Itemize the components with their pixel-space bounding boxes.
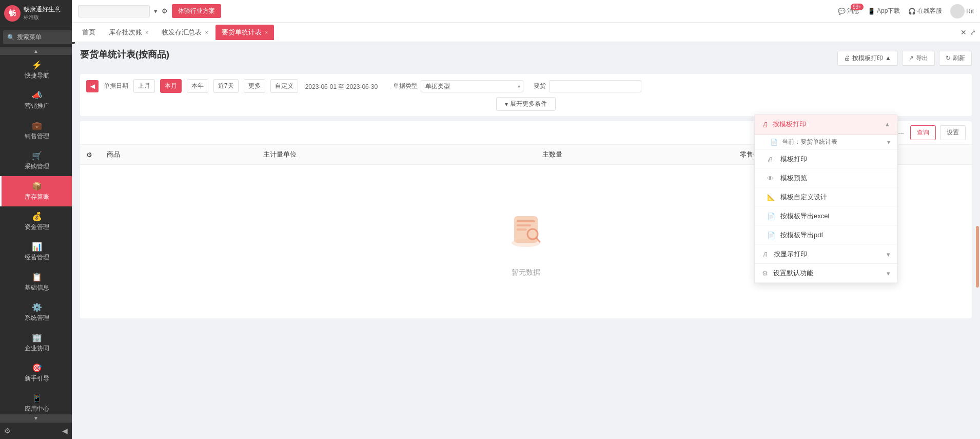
- set-default-label: 设置默认功能: [773, 269, 813, 278]
- col-settings[interactable]: ⚙: [80, 145, 101, 165]
- order-type-select[interactable]: 单据类型: [421, 80, 523, 92]
- tab-receivable-close[interactable]: ×: [205, 29, 208, 35]
- date-btn-7days[interactable]: 近7天: [213, 79, 239, 93]
- expand-more-button[interactable]: ▾ 展开更多条件: [496, 97, 556, 111]
- print-template-button[interactable]: 🖨 按模板打印 ▲: [837, 51, 898, 66]
- sidebar-item-label: 新手引导: [25, 374, 49, 383]
- sidebar-item-inventory[interactable]: 📦 库存算账: [0, 176, 72, 206]
- goods-input[interactable]: [549, 80, 641, 92]
- tab-home[interactable]: 首页: [76, 25, 102, 40]
- date-btn-last-month[interactable]: 上月: [133, 79, 155, 93]
- date-btn-custom[interactable]: 自定义: [270, 79, 298, 93]
- topbar-left: ▾ ⚙ 体验行业方案: [78, 4, 221, 18]
- tab-receivable-summary[interactable]: 收发存汇总表 ×: [155, 25, 214, 40]
- template-pdf-icon: 📄: [767, 232, 775, 239]
- tabs-bar: 首页 库存批次账 × 收发存汇总表 × 要货单统计表 × ✕ ⤢: [72, 23, 980, 42]
- dropdown-chevron-icon: ▲: [885, 121, 890, 127]
- date-btn-more[interactable]: 更多: [244, 79, 265, 93]
- sidebar-item-system[interactable]: ⚙️ 系统管理: [0, 297, 72, 328]
- appstore-icon: 📱: [32, 393, 42, 403]
- dropdown-header-label: 按模板打印: [773, 120, 806, 129]
- topbar-search-input[interactable]: [78, 5, 150, 17]
- sidebar-item-shortcut[interactable]: ⚡ 快捷导航: [0, 55, 72, 85]
- right-scrollbar[interactable]: [976, 226, 979, 288]
- template-excel-icon: 📄: [767, 213, 775, 220]
- template-pdf-label: 按模板导出pdf: [780, 231, 823, 240]
- filter-bar: ◀ 单据日期 上月 本月 本年 近7天 更多 自定义 2023-06-01 至 …: [80, 74, 972, 116]
- svg-rect-4: [517, 228, 527, 231]
- sidebar-collapse-button[interactable]: ◀: [62, 427, 68, 435]
- chevron-down-icon: ▾: [505, 101, 508, 108]
- printer-icon: 🖨: [844, 54, 850, 62]
- dropdown-section-display-print[interactable]: 🖨 按显示打印 ▾: [755, 245, 897, 264]
- date-btn-this-year[interactable]: 本年: [187, 79, 208, 93]
- dropdown-section-set-default[interactable]: ⚙ 设置默认功能 ▾: [755, 264, 897, 283]
- app-download-button[interactable]: 📱 App下载: [868, 7, 900, 15]
- page-title: 要货单统计表(按商品): [80, 48, 169, 61]
- dropdown-current-template[interactable]: 📄 当前：要货单统计表 ▾: [755, 135, 897, 150]
- current-template-label: 当前：要货单统计表: [782, 138, 837, 146]
- newbie-icon: 🎯: [32, 363, 42, 373]
- settings-button[interactable]: 设置: [940, 125, 966, 140]
- tab-inventory-batch-close[interactable]: ×: [145, 29, 148, 35]
- dropdown-header-left: 🖨 按模板打印: [762, 120, 806, 129]
- topbar-dropdown-button[interactable]: ▾: [154, 7, 158, 15]
- date-label: 单据日期: [104, 82, 128, 90]
- sidebar-scroll-up-button[interactable]: ▲: [0, 47, 72, 55]
- sidebar-item-sales[interactable]: 💼 销售管理: [0, 116, 72, 146]
- template-preview-label: 模板预览: [780, 174, 807, 183]
- refresh-button[interactable]: ↻ 刷新: [939, 51, 972, 66]
- tab-order-stats[interactable]: 要货单统计表 ×: [215, 25, 274, 40]
- column-settings-icon[interactable]: ⚙: [86, 151, 92, 159]
- tab-maximize-button[interactable]: ⤢: [970, 28, 976, 36]
- dropdown-item-template-pdf[interactable]: 📄 按模板导出pdf: [755, 226, 897, 245]
- date-btn-this-month[interactable]: 本月: [160, 79, 182, 93]
- sidebar-item-label: 采购管理: [25, 162, 49, 171]
- current-template-chevron: ▾: [887, 139, 890, 146]
- order-type-label: 单据类型: [393, 82, 418, 90]
- dropdown-item-template-excel[interactable]: 📄 按模板导出excel: [755, 207, 897, 226]
- dropdown-header[interactable]: 🖨 按模板打印 ▲: [755, 114, 897, 135]
- sidebar-bottom: ⚙ ◀: [0, 422, 72, 439]
- sidebar-item-marketing[interactable]: 📣 营销推广: [0, 85, 72, 116]
- experience-button[interactable]: 体验行业方案: [172, 4, 221, 18]
- finance-icon: 💰: [32, 212, 42, 221]
- basic-icon: 📋: [32, 272, 42, 282]
- display-print-label: 按显示打印: [774, 250, 807, 259]
- sidebar-settings-button[interactable]: ⚙: [4, 427, 11, 435]
- empty-icon: [503, 206, 549, 262]
- dropdown-item-template-print[interactable]: 🖨 模板打印: [755, 150, 897, 169]
- dropdown-section-left: 🖨 按显示打印: [762, 250, 807, 259]
- sidebar-item-enterprise[interactable]: 🏢 企业协同: [0, 328, 72, 358]
- logo-text-block: 畅康通好生意 标准版: [24, 6, 61, 21]
- logo-name: 畅康通好生意: [24, 6, 61, 14]
- dropdown-item-template-design[interactable]: 📐 模板自定义设计: [755, 188, 897, 207]
- export-button[interactable]: ↗ 导出: [902, 51, 935, 66]
- sidebar-search-button[interactable]: 🔍 搜索菜单: [3, 30, 75, 44]
- sidebar-item-label: 库存算账: [25, 193, 49, 201]
- topbar-settings-button[interactable]: ⚙: [162, 7, 168, 15]
- sidebar-item-operation[interactable]: 📊 经营管理: [0, 237, 72, 267]
- sidebar-item-newbie[interactable]: 🎯 新手引导: [0, 358, 72, 388]
- template-excel-label: 按模板导出excel: [780, 212, 829, 221]
- dropdown-item-template-preview[interactable]: 👁 模板预览: [755, 169, 897, 188]
- query-button[interactable]: 查询: [910, 125, 936, 140]
- online-service-button[interactable]: 🎧 在线客服: [908, 7, 942, 15]
- logo-icon: 畅: [4, 5, 21, 22]
- sidebar-item-purchase[interactable]: 🛒 采购管理: [0, 146, 72, 176]
- sidebar-item-finance[interactable]: 💰 资金管理: [0, 206, 72, 237]
- filter-collapse-button[interactable]: ◀: [86, 80, 99, 92]
- tab-close-all-button[interactable]: ✕: [961, 28, 967, 36]
- print-template-label: 按模板打印: [852, 54, 883, 63]
- tab-order-stats-close[interactable]: ×: [265, 29, 268, 35]
- tab-inventory-batch[interactable]: 库存批次账 ×: [103, 25, 154, 40]
- query-label: 查询: [917, 128, 929, 137]
- user-avatar-area[interactable]: Rit: [950, 4, 974, 18]
- template-design-label: 模板自定义设计: [780, 193, 827, 202]
- sidebar-item-appstore[interactable]: 📱 应用中心: [0, 388, 72, 414]
- message-button[interactable]: 💬 消息 99+: [838, 7, 859, 15]
- current-template-icon: 📄: [770, 139, 778, 146]
- sidebar-item-basic[interactable]: 📋 基础信息: [0, 267, 72, 297]
- tab-inventory-batch-label: 库存批次账: [109, 28, 142, 37]
- sidebar-scroll-down-button[interactable]: ▼: [0, 414, 72, 422]
